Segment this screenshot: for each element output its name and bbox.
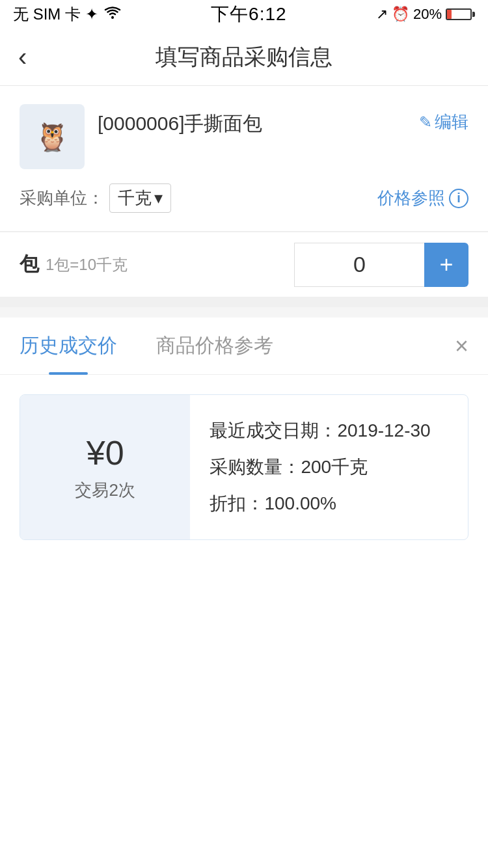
discount-value: 100.00%: [264, 493, 336, 513]
product-image-icon: 🦉: [35, 121, 69, 153]
quantity-input-group: 0 +: [294, 243, 468, 287]
tab-history-price[interactable]: 历史成交价: [20, 318, 117, 375]
tab-header: 历史成交价 商品价格参考 ×: [0, 318, 488, 375]
unit-select[interactable]: 千克 ▾: [109, 183, 171, 213]
tab-close-button[interactable]: ×: [455, 332, 468, 360]
sim-status: 无 SIM 卡 ✦: [13, 4, 98, 25]
tab-product-price-label: 商品价格参考: [156, 332, 273, 359]
product-left: 🦉 [0000006]手撕面包: [20, 104, 262, 169]
alarm-icon: ⏰: [392, 6, 409, 23]
price-amount: ¥0: [87, 433, 124, 472]
divider: [0, 297, 488, 307]
product-header: 🦉 [0000006]手撕面包 ✎ 编辑: [20, 104, 468, 169]
qty-line: 采购数量：200千克: [210, 455, 448, 480]
product-name: [0000006]手撕面包: [98, 111, 262, 137]
quantity-input[interactable]: 0: [294, 243, 424, 287]
product-footer: 采购单位： 千克 ▾ 价格参照 i: [20, 183, 468, 213]
price-card: ¥0 交易2次 最近成交日期：2019-12-30 采购数量：200千克 折扣：…: [20, 394, 468, 540]
unit-row: 采购单位： 千克 ▾: [20, 183, 171, 213]
unit-value: 千克: [118, 187, 152, 210]
unit-text: 采购单位：: [20, 187, 104, 210]
time-display: 下午6:12: [211, 2, 287, 27]
amount-value: 0: [105, 434, 124, 472]
quantity-plus-button[interactable]: +: [424, 243, 468, 287]
dropdown-arrow-icon: ▾: [154, 188, 163, 208]
price-card-left: ¥0 交易2次: [20, 395, 190, 539]
info-icon: i: [449, 189, 468, 208]
quantity-row: 包 1包=10千克 0 +: [0, 232, 488, 297]
battery-icon: [446, 8, 475, 20]
currency-symbol: ¥: [87, 434, 105, 472]
product-card: 🦉 [0000006]手撕面包 ✎ 编辑 采购单位： 千克 ▾ 价格参照 i: [0, 86, 488, 232]
recent-date-line: 最近成交日期：2019-12-30: [210, 418, 448, 443]
tab-panel: 历史成交价 商品价格参考 × ¥0 交易2次 最近成交日期：2019-12-30: [0, 318, 488, 560]
unit-badge: 包: [20, 251, 39, 278]
tab-history-label: 历史成交价: [20, 332, 117, 359]
history-content: ¥0 交易2次 最近成交日期：2019-12-30 采购数量：200千克 折扣：…: [0, 375, 488, 560]
unit-note: 1包=10千克: [46, 254, 128, 275]
price-ref-label: 价格参照: [377, 187, 445, 210]
status-left: 无 SIM 卡 ✦: [13, 4, 122, 25]
edit-icon: ✎: [419, 113, 432, 131]
back-button[interactable]: ‹: [18, 42, 27, 72]
status-bar: 无 SIM 卡 ✦ 下午6:12 ↗ ⏰ 20%: [0, 0, 488, 29]
tabs: 历史成交价 商品价格参考: [20, 318, 273, 375]
battery-pct: 20%: [413, 6, 442, 23]
discount-label: 折扣：: [210, 493, 264, 513]
wifi-icon: [103, 5, 122, 23]
recent-date-label: 最近成交日期：: [210, 420, 337, 441]
product-thumbnail: 🦉: [20, 104, 85, 169]
transaction-count: 交易2次: [75, 479, 135, 502]
edit-label: 编辑: [435, 111, 468, 133]
discount-line: 折扣：100.00%: [210, 491, 448, 516]
nav-bar: ‹ 填写商品采购信息: [0, 29, 488, 86]
tab-product-price-ref[interactable]: 商品价格参考: [156, 318, 273, 375]
price-card-right: 最近成交日期：2019-12-30 采购数量：200千克 折扣：100.00%: [190, 395, 468, 539]
tab-underline: [49, 372, 88, 375]
price-reference-button[interactable]: 价格参照 i: [377, 187, 468, 210]
quantity-unit: 包 1包=10千克: [20, 251, 128, 278]
qty-value: 200千克: [301, 457, 368, 477]
location-icon: ↗: [376, 6, 388, 23]
qty-label: 采购数量：: [210, 457, 301, 477]
recent-date-value: 2019-12-30: [337, 420, 430, 441]
page-title: 填写商品采购信息: [156, 42, 332, 72]
edit-button[interactable]: ✎ 编辑: [419, 111, 468, 133]
status-right: ↗ ⏰ 20%: [376, 6, 475, 23]
svg-point-0: [111, 16, 114, 19]
bottom-space: [0, 560, 488, 868]
